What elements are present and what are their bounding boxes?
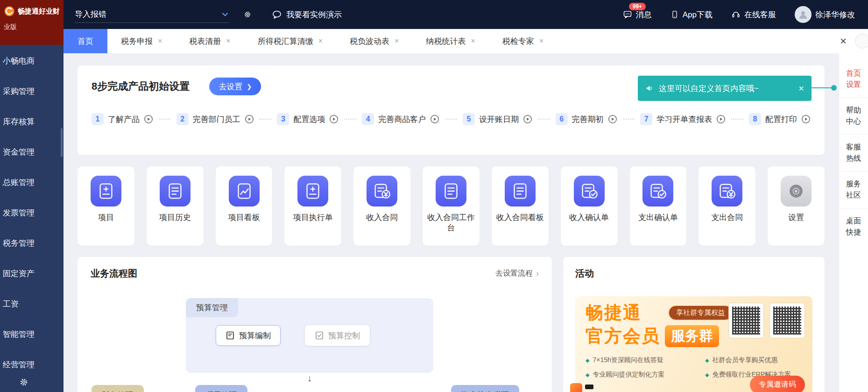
app-card-expense-confirm[interactable]: 支出确认单 <box>630 166 687 246</box>
messages-button[interactable]: 99+ 消息 <box>623 9 652 20</box>
sidebar-item-funds[interactable]: 资金管理 <box>0 137 64 167</box>
play-icon[interactable] <box>245 114 254 124</box>
budget-panel-tab[interactable]: 预算管理 <box>186 298 238 317</box>
flow-setup-link[interactable]: 去设置流程 › <box>495 269 539 278</box>
app-card-income-contract-board[interactable]: 收入合同看板 <box>492 166 549 246</box>
brand-logo: 畅捷通好业财 业版 <box>0 0 64 45</box>
tab-tax-register[interactable]: 税表清册× <box>176 29 244 53</box>
phone-icon <box>670 10 679 19</box>
flow-setup-label: 去设置流程 <box>495 269 533 278</box>
invite-code-button[interactable]: 专属邀请码 <box>750 376 805 392</box>
sidebar-item-assets[interactable]: 固定资产 <box>0 258 64 289</box>
doc-plus-icon <box>91 176 121 207</box>
minimized-window-bar <box>585 385 593 389</box>
step-connector <box>623 119 635 120</box>
setup-step: 2 完善部门员工 <box>176 113 254 125</box>
tab-tax-statistics[interactable]: 纳税统计表× <box>412 29 488 53</box>
step-connector <box>159 119 171 120</box>
qr-code <box>728 303 764 338</box>
setup-step: 8 配置打印 <box>749 113 811 125</box>
play-icon[interactable] <box>801 114 811 124</box>
app-card-project-board[interactable]: 项目看板 <box>216 166 273 246</box>
tab-tax-fluctuation[interactable]: 税负波动表× <box>336 29 412 53</box>
app-card-income-contract-workbench[interactable]: 收入合同工作台 <box>423 166 480 246</box>
app-card-income-confirm[interactable]: 收入确认单 <box>561 166 618 246</box>
tab-close-icon[interactable]: × <box>318 37 323 45</box>
speaker-icon <box>645 84 654 93</box>
app-card-income-contract[interactable]: 收入合同 <box>353 166 410 246</box>
gear-icon[interactable] <box>243 10 252 19</box>
app-card-project-order[interactable]: 项目执行单 <box>284 166 341 246</box>
play-icon[interactable] <box>608 114 617 124</box>
sidebar-item-tax[interactable]: 税务管理 <box>0 228 64 258</box>
sidebar-item-inventory[interactable]: 库存核算 <box>0 107 64 137</box>
rail-item-desktop-shortcut[interactable]: 桌面快捷 <box>839 208 868 245</box>
app-label: 收入合同 <box>362 213 402 223</box>
sidebar-item-ledger[interactable]: 总账管理 <box>0 167 64 198</box>
rail-item-help-center[interactable]: 帮助中心 <box>839 98 868 135</box>
online-service-button[interactable]: 在线客服 <box>731 9 776 20</box>
tooltip-connector-dot <box>831 85 837 91</box>
edge-widget[interactable] <box>855 34 868 49</box>
app-download-button[interactable]: App下载 <box>670 9 713 20</box>
chevron-down-icon <box>221 11 229 18</box>
app-label: 收入合同看板 <box>493 213 548 223</box>
budget-edit-button[interactable]: 预算编制 <box>216 325 281 346</box>
rail-item-service-hotline[interactable]: 客服热线 <box>839 135 868 171</box>
tab-close-icon[interactable]: × <box>158 37 162 45</box>
tab-income-tax[interactable]: 所得税汇算清缴× <box>244 29 336 53</box>
sidebar-settings-gear-icon[interactable] <box>19 377 29 389</box>
floating-widget[interactable] <box>570 383 593 392</box>
app-card-project-history[interactable]: 项目历史 <box>147 166 204 246</box>
doc-yen-icon <box>367 176 397 207</box>
sidebar-item-purchase[interactable]: 采购管理 <box>0 76 64 107</box>
play-icon[interactable] <box>716 114 726 124</box>
tab-close-icon[interactable]: × <box>471 37 475 45</box>
tab-label: 税务申报 <box>121 36 153 47</box>
sidebar-item-smart[interactable]: 智能管理 <box>0 319 64 349</box>
app-download-label: App下载 <box>683 9 713 20</box>
step-number: 1 <box>92 113 104 125</box>
app-card-project[interactable]: 项目 <box>78 166 134 246</box>
chevron-right-icon: ❯ <box>247 83 252 90</box>
sidebar-scrollbar[interactable] <box>61 128 63 157</box>
sidebar-item-salary[interactable]: 工资 <box>0 289 64 319</box>
play-icon[interactable] <box>430 114 439 124</box>
setup-go-button[interactable]: 去设置 ❯ <box>209 78 261 95</box>
doc-lines-icon <box>505 176 536 207</box>
app-card-expense-contract[interactable]: 支出合同 <box>699 166 755 246</box>
floating-app-icon <box>570 383 582 392</box>
play-icon[interactable] <box>523 114 532 124</box>
app-card-settings[interactable]: 设置 <box>768 166 825 246</box>
sidebar-item-invoice[interactable]: 发票管理 <box>0 198 64 228</box>
tooltip-close-icon[interactable]: × <box>798 83 804 94</box>
demo-link[interactable]: 我要看实例演示 <box>272 9 342 20</box>
rail-item-service-community[interactable]: 服务社区 <box>839 171 868 208</box>
close-all-tabs-icon[interactable]: × <box>840 36 847 47</box>
tab-close-icon[interactable]: × <box>395 37 399 45</box>
step-connector <box>445 119 457 120</box>
banner-member-text: 官方会员 <box>586 324 660 348</box>
play-icon[interactable] <box>144 114 153 124</box>
tab-home[interactable]: 首页 <box>64 29 107 53</box>
step-number: 2 <box>176 113 189 125</box>
rail-item-homepage-settings[interactable]: 首页设置 <box>839 61 868 98</box>
flow-tab-finance[interactable]: 财务管理 <box>92 385 144 392</box>
flow-tab-project[interactable]: 项目管理 <box>195 385 247 392</box>
tab-close-icon[interactable]: × <box>226 37 230 45</box>
tab-close-icon[interactable]: × <box>539 37 543 45</box>
sidebar-item-operation[interactable]: 经营管理 <box>0 349 64 380</box>
budget-control-button[interactable]: 预算控制 <box>305 325 370 346</box>
import-error-dropdown[interactable]: 导入报错 <box>75 6 229 23</box>
user-menu[interactable]: 徐泽华修改 <box>795 6 855 23</box>
sidebar-item-ecommerce[interactable]: 小畅电商 <box>0 46 64 76</box>
play-icon[interactable] <box>329 114 339 124</box>
promo-banner[interactable]: 畅捷通 享社群专属权益 官方会员 服务群 ◆7×15h资深顾问在线答疑 ◆社群会… <box>575 296 812 392</box>
step-number: 4 <box>362 113 374 125</box>
demo-label: 我要看实例演示 <box>286 9 342 20</box>
chat-bubble-icon <box>272 10 282 19</box>
flow-tab-funds-tax[interactable]: 资金往来税票 <box>451 385 519 392</box>
setup-step: 5 设开账日期 <box>463 113 532 125</box>
tab-tax-expert[interactable]: 税检专家× <box>489 29 557 53</box>
tab-tax-declare[interactable]: 税务申报× <box>107 29 176 53</box>
